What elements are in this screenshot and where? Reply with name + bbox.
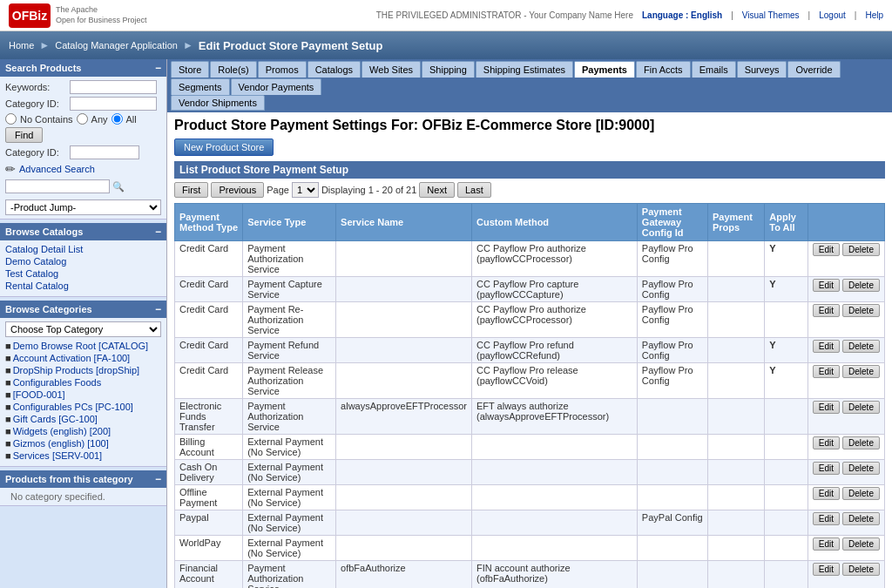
edit-button[interactable]: Edit [813, 243, 840, 256]
tab-shipping[interactable]: Shipping [422, 61, 475, 78]
delete-button[interactable]: Delete [842, 512, 880, 525]
cell-apply [765, 302, 808, 338]
tab-vendor-payments[interactable]: Vendor Payments [231, 78, 322, 95]
any-radio[interactable] [77, 113, 88, 125]
cat-link[interactable]: Gizmos (english) [100] [13, 438, 109, 449]
cat-link[interactable]: DropShip Products [dropShip] [13, 365, 140, 375]
edit-button[interactable]: Edit [813, 487, 840, 500]
tab-surveys[interactable]: Surveys [737, 61, 787, 78]
edit-button[interactable]: Edit [813, 537, 840, 551]
delete-button[interactable]: Delete [842, 487, 880, 500]
keywords-label: Keywords: [5, 82, 66, 92]
tab-payments[interactable]: Payments [574, 61, 635, 78]
edit-button[interactable]: Edit [813, 365, 840, 378]
delete-button[interactable]: Delete [842, 365, 880, 378]
cell-method: Paypal [175, 510, 243, 536]
cell-props [708, 485, 765, 510]
cell-custom: CC Payflow Pro refund (payflowCCRefund) [471, 338, 637, 363]
search-text-input[interactable] [5, 179, 110, 193]
cat-link[interactable]: [FOOD-001] [13, 389, 65, 400]
tab-promos[interactable]: Promos [258, 61, 307, 78]
separator2: | [808, 10, 811, 20]
cat-link[interactable]: Account Activation [FA-100] [13, 353, 131, 363]
cat-link[interactable]: Gift Cards [GC-100] [13, 414, 98, 424]
delete-button[interactable]: Delete [842, 243, 880, 256]
tab-websites[interactable]: Web Sites [362, 61, 421, 78]
cell-service-type: External Payment (No Service) [243, 435, 336, 460]
cell-service-type: Payment Re-Authorization Service [243, 302, 336, 338]
page-select[interactable]: 1 [292, 182, 319, 198]
edit-button[interactable]: Edit [813, 304, 840, 317]
tab-override[interactable]: Override [787, 61, 840, 78]
first-button[interactable]: First [174, 182, 208, 198]
nav-home[interactable]: Home [9, 40, 34, 51]
top-category-select[interactable]: Choose Top Category [5, 321, 161, 337]
content-area: Store Role(s) Promos Catalogs Web Sites … [167, 59, 892, 588]
test-catalog-link[interactable]: Test Catalog [5, 268, 161, 279]
category-id-input2[interactable] [70, 145, 139, 159]
delete-button[interactable]: Delete [842, 304, 880, 317]
no-contains-label: No Contains [20, 114, 73, 125]
delete-button[interactable]: Delete [842, 537, 880, 551]
product-jump-select[interactable]: -Product Jump- [5, 199, 161, 215]
tab-emails[interactable]: Emails [692, 61, 736, 78]
search-icon[interactable]: 🔍 [112, 181, 125, 192]
tab-store[interactable]: Store [171, 61, 209, 78]
cat-link[interactable]: Configurables PCs [PC-100] [13, 402, 133, 412]
logo-icon: OFBiz [9, 3, 51, 28]
delete-button[interactable]: Delete [842, 279, 880, 292]
delete-button[interactable]: Delete [842, 340, 880, 353]
advanced-search-link[interactable]: Advanced Search [19, 164, 95, 174]
keywords-input[interactable] [70, 80, 157, 94]
cell-props [708, 510, 765, 536]
visual-themes-link[interactable]: Visual Themes [742, 10, 800, 20]
apply-badge: Y [769, 279, 775, 289]
tab-catalogs[interactable]: Catalogs [307, 61, 361, 78]
browse-categories-close[interactable]: − [155, 303, 161, 315]
nav-catalog-manager[interactable]: Catalog Manager Application [55, 40, 178, 51]
cell-custom: EFT always authorize (alwaysApproveEFTPr… [471, 399, 637, 435]
browse-catalogs-close[interactable]: − [155, 226, 161, 238]
find-button[interactable]: Find [5, 127, 43, 143]
products-close[interactable]: − [155, 473, 161, 485]
rental-catalog-link[interactable]: Rental Catalog [5, 280, 161, 291]
delete-button[interactable]: Delete [842, 462, 880, 475]
tab-segments[interactable]: Segments [171, 78, 230, 95]
edit-button[interactable]: Edit [813, 563, 840, 576]
demo-catalog-link[interactable]: Demo Catalog [5, 256, 161, 267]
delete-button[interactable]: Delete [842, 563, 880, 576]
last-button[interactable]: Last [457, 182, 491, 198]
edit-button[interactable]: Edit [813, 436, 840, 449]
edit-button[interactable]: Edit [813, 401, 840, 414]
logout-link[interactable]: Logout [819, 10, 846, 20]
delete-button[interactable]: Delete [842, 436, 880, 449]
previous-button[interactable]: Previous [211, 182, 264, 198]
tab-roles[interactable]: Role(s) [210, 61, 256, 78]
list-item: ■Gift Cards [GC-100] [5, 414, 161, 424]
cat-link[interactable]: Configurables Foods [13, 377, 102, 388]
cat-link[interactable]: Widgets (english) [200] [13, 426, 112, 436]
category-id-input[interactable] [70, 97, 157, 111]
catalog-detail-list-link[interactable]: Catalog Detail List [5, 244, 161, 254]
cell-service-type: External Payment (No Service) [243, 510, 336, 536]
no-contains-radio[interactable] [5, 113, 17, 125]
edit-button[interactable]: Edit [813, 462, 840, 475]
language-link[interactable]: Language : English [642, 10, 722, 20]
all-radio[interactable] [112, 113, 123, 125]
edit-button[interactable]: Edit [813, 279, 840, 292]
tab-fin-accts[interactable]: Fin Accts [636, 61, 691, 78]
search-close-icon[interactable]: − [155, 62, 161, 74]
cell-custom [471, 536, 637, 561]
delete-button[interactable]: Delete [842, 401, 880, 414]
sub-tab-vendor-shipments[interactable]: Vendor Shipments [171, 95, 265, 111]
products-content: No category specified. [0, 488, 166, 506]
cat-link[interactable]: Services [SERV-001] [13, 450, 103, 461]
cat-link[interactable]: Demo Browse Root [CATALOG] [13, 341, 148, 351]
tab-shipping-est[interactable]: Shipping Estimates [476, 61, 573, 78]
edit-button[interactable]: Edit [813, 512, 840, 525]
new-product-store-button[interactable]: New Product Store [174, 139, 274, 156]
next-button[interactable]: Next [419, 182, 455, 198]
cell-method: Cash On Delivery [175, 460, 243, 485]
edit-button[interactable]: Edit [813, 340, 840, 353]
help-link[interactable]: Help [865, 10, 883, 20]
